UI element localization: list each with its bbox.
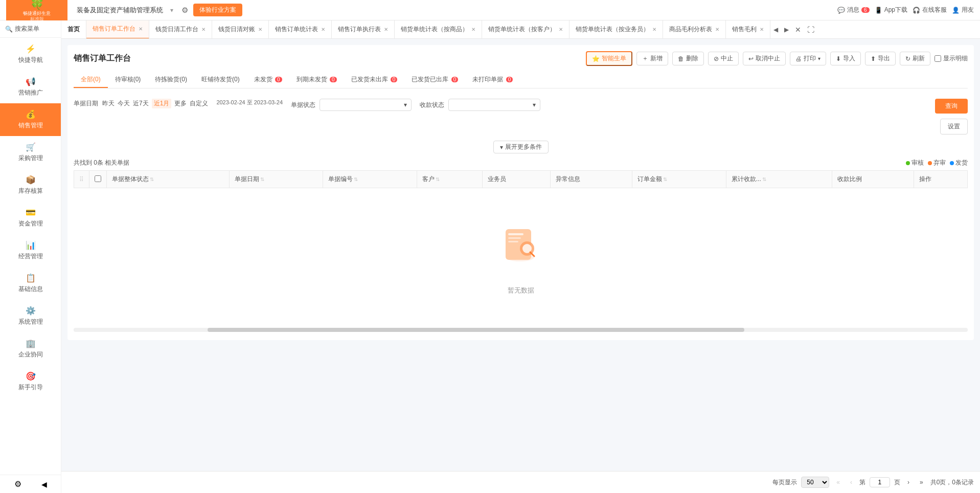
query-button[interactable]: 查询 (935, 99, 968, 114)
next-page-button[interactable]: › (904, 478, 913, 487)
horizontal-scrollbar[interactable] (74, 328, 968, 332)
tab-cash-reconcile[interactable]: 钱货日清对账 ✕ (212, 20, 269, 39)
import-label: 导入 (843, 54, 855, 63)
ship-action-button[interactable]: 发货 (950, 159, 968, 167)
expand-button[interactable]: ▾ 展开更多条件 (493, 141, 549, 153)
tab-nav-prev[interactable]: ◀ (770, 26, 781, 33)
stop-button[interactable]: ⊘ 中止 (708, 52, 739, 65)
tab-margin-analysis[interactable]: 商品毛利分析表 ✕ (663, 20, 726, 39)
cancel-stop-button[interactable]: ↩ 取消中止 (743, 52, 786, 65)
sidebar-item-sales[interactable]: 💰 销售管理 (0, 103, 61, 136)
date-btn-yesterday[interactable]: 昨天 (102, 99, 115, 108)
th-date[interactable]: 单据日期 ⇅ (229, 171, 323, 188)
sidebar-item-purchase[interactable]: 🛒 采购管理 (0, 136, 61, 169)
setting-button[interactable]: 设置 (940, 119, 968, 135)
record-count: 共找到 0条 相关单据 (74, 159, 129, 167)
new-button[interactable]: ＋ 新增 (636, 52, 668, 65)
tab-sales-exec[interactable]: 销售订单执行表 ✕ (332, 20, 395, 39)
last-page-button[interactable]: » (917, 478, 926, 487)
page-number-input[interactable] (870, 477, 890, 487)
sub-tab-unshipped[interactable]: 未发货 0 (247, 72, 289, 88)
th-customer[interactable]: 客户 ⇅ (417, 171, 483, 188)
sidebar-item-inventory[interactable]: 📦 库存核算 (0, 169, 61, 201)
sub-tab-all[interactable]: 全部(0) (74, 72, 108, 88)
date-btn-1month[interactable]: 近1月 (152, 99, 172, 108)
gear-icon[interactable]: ⚙ (181, 6, 188, 15)
sidebar-item-enterprise[interactable]: 🏢 企业协同 (0, 332, 61, 365)
sub-tab-pending-review[interactable]: 待审核(0) (108, 72, 148, 88)
smart-order-button[interactable]: ⭐ 智能生单 (586, 51, 632, 66)
sub-tab-wangpu[interactable]: 旺铺待发货(0) (194, 72, 247, 88)
per-page-select[interactable]: 50 100 200 (801, 477, 829, 488)
delete-button[interactable]: 🗑 删除 (672, 52, 704, 65)
message-button[interactable]: 💬 消息 6 (837, 6, 870, 14)
sub-tab-pending-inspect[interactable]: 待拣验货(0) (148, 72, 194, 88)
export-button[interactable]: ⬆ 导出 (865, 52, 896, 65)
tab-sales-more[interactable]: 销售毛利 ✕ (726, 20, 770, 39)
sales-stat-tab-close[interactable]: ✕ (321, 27, 325, 32)
tab-close-all[interactable]: ✕ (792, 26, 804, 34)
th-check[interactable] (89, 171, 107, 188)
payment-filter-select[interactable]: ▾ (448, 99, 540, 111)
date-btn-more[interactable]: 更多 (174, 99, 187, 108)
th-number[interactable]: 单据编号 ⇅ (323, 171, 417, 188)
tab-expand[interactable]: ⛶ (804, 26, 817, 34)
app-download-button[interactable]: 📱 App下载 (875, 6, 907, 14)
status-filter-select[interactable]: ▾ (320, 99, 412, 111)
cancel-action-button[interactable]: 弃审 (928, 159, 946, 167)
sales-more-tab-label: 销售毛利 (732, 25, 757, 34)
print-button[interactable]: 🖨 打印 ▾ (790, 52, 826, 65)
refresh-button[interactable]: ↻ 刷新 (900, 52, 930, 65)
tab-home[interactable]: 首页 (61, 20, 86, 39)
tab-sales-stat-staff[interactable]: 销货单统计表（按业务员） ✕ (569, 20, 663, 39)
scrollbar-thumb[interactable] (208, 328, 744, 332)
tab-cash-daily[interactable]: 钱货日清工作台 ✕ (149, 20, 212, 39)
tab-sales-workbench[interactable]: 销售订单工作台 ✕ (86, 20, 149, 39)
date-btn-today[interactable]: 今天 (118, 99, 130, 108)
sales-stat-staff-tab-close[interactable]: ✕ (652, 27, 656, 32)
tab-nav-next[interactable]: ▶ (781, 26, 792, 33)
sidebar-search[interactable]: 🔍 搜索菜单 (0, 20, 61, 38)
sales-more-tab-close[interactable]: ✕ (760, 27, 764, 32)
sub-tab-shipped-stocked[interactable]: 已发货已出库 0 (404, 72, 465, 88)
tab-sales-stat[interactable]: 销售订单统计表 ✕ (269, 20, 332, 39)
show-detail-checkbox[interactable]: 显示明细 (935, 54, 968, 63)
th-status[interactable]: 单据整体状态 ⇅ (107, 171, 230, 188)
user-button[interactable]: 👤 用友 (952, 6, 974, 14)
sub-tab-overdue[interactable]: 到期未发货 0 (289, 72, 344, 88)
sidebar-item-system[interactable]: ⚙️ 系统管理 (0, 300, 61, 332)
sales-stat-product-tab-close[interactable]: ✕ (471, 27, 475, 32)
show-detail-input[interactable] (935, 55, 941, 62)
sales-exec-tab-close[interactable]: ✕ (384, 27, 388, 32)
date-btn-7days[interactable]: 近7天 (133, 99, 149, 108)
sales-stat-client-tab-close[interactable]: ✕ (559, 27, 563, 32)
import-button[interactable]: ⬇ 导入 (830, 52, 861, 65)
th-amount[interactable]: 订单金额 ⇅ (632, 171, 726, 188)
sidebar-item-quick-nav[interactable]: ⚡ 快捷导航 (0, 38, 61, 71)
sidebar-item-basic[interactable]: 📋 基础信息 (0, 267, 61, 300)
sidebar-item-guide[interactable]: 🎯 新手引导 (0, 365, 61, 398)
th-collected[interactable]: 累计收款... ⇅ (726, 171, 832, 188)
sidebar-item-finance[interactable]: 💳 资金管理 (0, 201, 61, 234)
date-range-text: 2023-02-24 至 2023-03-24 (216, 99, 283, 106)
review-action-button[interactable]: 审核 (906, 159, 924, 167)
select-all-checkbox[interactable] (95, 175, 101, 182)
settings-icon[interactable]: ⚙ (14, 479, 21, 489)
sub-tab-unprinted[interactable]: 未打印单据 0 (465, 72, 520, 88)
sales-workbench-tab-close[interactable]: ✕ (139, 26, 143, 32)
prev-page-button[interactable]: ‹ (847, 478, 855, 487)
first-page-button[interactable]: « (833, 478, 843, 487)
online-service-button[interactable]: 🎧 在线客服 (913, 6, 947, 14)
cash-daily-tab-close[interactable]: ✕ (201, 27, 206, 32)
tab-sales-stat-client[interactable]: 销货单统计表（按客户） ✕ (482, 20, 569, 39)
sub-tab-shipped-unstock[interactable]: 已发货未出库 0 (344, 72, 405, 88)
date-btn-custom[interactable]: 自定义 (190, 99, 208, 108)
cash-reconcile-tab-close[interactable]: ✕ (258, 27, 262, 32)
experience-button[interactable]: 体验行业方案 (193, 4, 242, 16)
collapse-icon[interactable]: ◀ (41, 480, 47, 488)
chevron-down-icon[interactable]: ▾ (170, 7, 173, 14)
margin-analysis-tab-close[interactable]: ✕ (715, 27, 719, 32)
sidebar-item-marketing[interactable]: 📢 营销推广 (0, 71, 61, 103)
sidebar-item-operations[interactable]: 📊 经营管理 (0, 234, 61, 267)
tab-sales-stat-product[interactable]: 销货单统计表（按商品） ✕ (395, 20, 482, 39)
